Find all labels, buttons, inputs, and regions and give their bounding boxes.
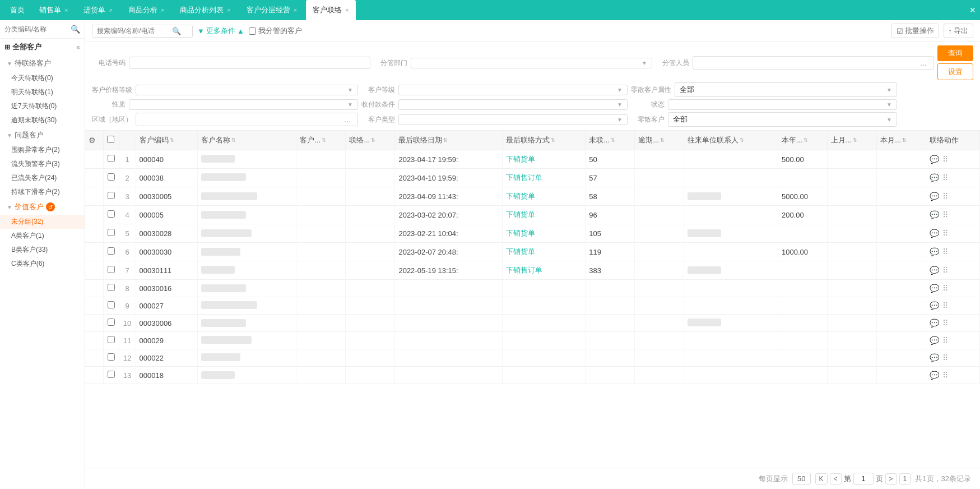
prev-page-button[interactable]: < <box>830 473 842 485</box>
chat-icon[interactable]: 💬 <box>930 210 939 219</box>
menu-icon[interactable]: ⠿ <box>942 284 948 293</box>
chat-icon[interactable]: 💬 <box>930 284 939 293</box>
last-contact-way[interactable] <box>502 315 586 332</box>
menu-icon[interactable]: ⠿ <box>942 301 948 310</box>
row-checkbox[interactable] <box>108 353 115 361</box>
home-tab[interactable]: 首页 <box>4 0 30 20</box>
menu-icon[interactable]: ⠿ <box>942 229 948 238</box>
next-page-button[interactable]: > <box>885 473 897 485</box>
tab-product-analysis[interactable]: 商品分析 × <box>122 0 171 20</box>
customer-level-select[interactable]: ▼ <box>398 85 628 95</box>
sidebar-item-today[interactable]: 今天待联络(0) <box>0 71 85 85</box>
sort-icon[interactable]: ⇅ <box>902 137 907 143</box>
sort-icon[interactable]: ⇅ <box>170 137 174 143</box>
last-contact-way[interactable]: 下销货单 <box>502 150 586 169</box>
sidebar-item-lost[interactable]: 已流失客户(24) <box>0 171 85 185</box>
chat-icon[interactable]: 💬 <box>930 155 939 164</box>
close-icon[interactable]: × <box>345 7 349 13</box>
export-button[interactable]: ↑ 导出 <box>944 24 974 38</box>
collapse-icon[interactable]: « <box>76 43 80 51</box>
payment-select[interactable]: ▼ <box>398 99 628 110</box>
sort-icon[interactable]: ⇅ <box>371 137 375 143</box>
row-checkbox[interactable] <box>108 371 115 378</box>
row-check[interactable] <box>103 332 119 349</box>
last-contact-way[interactable]: 下销售订单 <box>502 261 586 280</box>
chat-icon[interactable]: 💬 <box>930 229 939 238</box>
last-page-button[interactable]: 1 <box>899 473 911 485</box>
row-check[interactable] <box>103 261 119 280</box>
row-check[interactable] <box>103 297 119 315</box>
sidebar-group-problem[interactable]: ▼ 问题客户 <box>0 127 85 143</box>
row-checkbox[interactable] <box>108 210 115 218</box>
close-icon[interactable]: × <box>227 7 230 13</box>
sidebar-item-churn-warning[interactable]: 流失预警客户(3) <box>0 157 85 171</box>
chat-icon[interactable]: 💬 <box>930 319 939 327</box>
close-all-button[interactable]: × <box>969 4 976 16</box>
chat-icon[interactable]: 💬 <box>930 371 939 380</box>
tab-product-list[interactable]: 商品分析列表 × <box>173 0 237 20</box>
tab-sales[interactable]: 销售单 × <box>32 0 75 20</box>
close-icon[interactable]: × <box>64 7 68 13</box>
menu-icon[interactable]: ⠿ <box>942 353 948 362</box>
row-checkbox[interactable] <box>108 192 115 199</box>
row-check[interactable] <box>103 187 119 206</box>
chat-icon[interactable]: 💬 <box>930 336 939 345</box>
retail-attr-select[interactable]: 全部 ▼ <box>675 82 897 97</box>
sort-icon[interactable]: ⇅ <box>551 137 555 143</box>
menu-icon[interactable]: ⠿ <box>942 247 948 256</box>
row-checkbox[interactable] <box>108 266 115 273</box>
retail-customer-select[interactable]: 全部 ▼ <box>668 112 897 127</box>
sidebar-item-overdue[interactable]: 逾期未联络(30) <box>0 113 85 127</box>
menu-icon[interactable]: ⠿ <box>942 371 948 380</box>
row-checkbox[interactable] <box>108 284 115 291</box>
sidebar-item-ungroup[interactable]: 未分组(32) <box>0 215 85 229</box>
last-contact-way[interactable] <box>502 280 586 297</box>
nature-select[interactable]: ▼ <box>129 99 358 110</box>
last-contact-way[interactable]: 下销货单 <box>502 224 586 243</box>
my-customers-checkbox[interactable]: 我分管的客户 <box>249 26 302 36</box>
sort-icon[interactable]: ⇅ <box>231 137 236 143</box>
row-checkbox[interactable] <box>108 229 115 236</box>
menu-icon[interactable]: ⠿ <box>942 173 948 182</box>
last-contact-way[interactable]: 下销货单 <box>502 206 586 224</box>
first-page-button[interactable]: K <box>815 473 828 485</box>
last-contact-way[interactable] <box>502 297 586 315</box>
sidebar-group-pending[interactable]: ▼ 待联络客户 <box>0 56 85 71</box>
sidebar-search-box[interactable]: 🔍 <box>0 20 85 39</box>
row-check[interactable] <box>103 367 119 384</box>
close-icon[interactable]: × <box>161 7 164 13</box>
dept-select[interactable]: ▼ <box>411 58 652 68</box>
sort-icon[interactable]: ⇅ <box>611 137 615 143</box>
row-checkbox[interactable] <box>108 301 115 308</box>
sidebar-search-input[interactable] <box>4 25 68 33</box>
close-icon[interactable]: × <box>294 7 297 13</box>
row-check[interactable] <box>103 280 119 297</box>
sort-icon[interactable]: ⇅ <box>443 137 448 143</box>
chat-icon[interactable]: 💬 <box>930 301 939 310</box>
select-all-checkbox[interactable] <box>107 136 114 143</box>
sort-icon[interactable]: ⇅ <box>322 137 326 143</box>
row-check[interactable] <box>103 315 119 332</box>
menu-icon[interactable]: ⠿ <box>942 210 948 219</box>
last-contact-way[interactable]: 下销货单 <box>502 187 586 206</box>
chat-icon[interactable]: 💬 <box>930 266 939 275</box>
query-button[interactable]: 查询 <box>937 45 973 61</box>
last-contact-way[interactable] <box>502 332 586 349</box>
more-conditions-button[interactable]: ▼ 更多条件 ▲ <box>197 26 244 36</box>
row-check[interactable] <box>103 349 119 367</box>
sidebar-item-class-b[interactable]: B类客户(33) <box>0 243 85 257</box>
batch-ops-button[interactable]: ☑ 批量操作 <box>891 24 939 38</box>
chat-icon[interactable]: 💬 <box>930 247 939 256</box>
sidebar-item-tomorrow[interactable]: 明天待联络(1) <box>0 85 85 99</box>
last-contact-way[interactable]: 下销售订单 <box>502 169 586 187</box>
tab-purchase[interactable]: 进货单 × <box>77 0 119 20</box>
status-select[interactable]: ▼ <box>668 99 897 110</box>
price-level-select[interactable]: ▼ <box>136 85 358 95</box>
reset-button[interactable]: 设置 <box>937 63 973 80</box>
tab-customer-segment[interactable]: 客户分层经营 × <box>240 0 304 20</box>
close-icon[interactable]: × <box>109 7 112 13</box>
last-contact-way[interactable] <box>502 367 586 384</box>
row-checkbox[interactable] <box>108 155 115 162</box>
menu-icon[interactable]: ⠿ <box>942 266 948 275</box>
row-checkbox[interactable] <box>108 336 115 343</box>
